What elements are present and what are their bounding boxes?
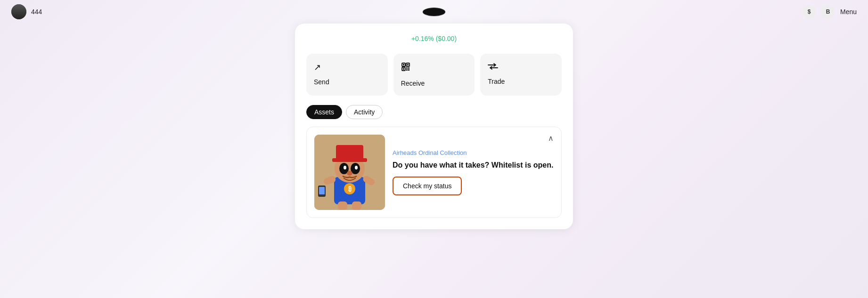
svg-rect-3: [407, 64, 409, 65]
tabs: Assets Activity: [306, 105, 562, 119]
svg-rect-7: [408, 67, 409, 69]
svg-rect-25: [352, 201, 361, 210]
svg-text:₿: ₿: [348, 185, 352, 193]
trade-button[interactable]: Trade: [480, 54, 562, 96]
trade-icon: [488, 62, 498, 72]
nft-title: Do you have what it takes? Whitelist is …: [393, 160, 554, 170]
tab-assets[interactable]: Assets: [306, 105, 342, 119]
action-row: ↗ Send Receive: [306, 54, 562, 96]
menu-button[interactable]: Menu: [840, 8, 857, 16]
header-right: $ B Menu: [802, 5, 857, 18]
chevron-up-icon[interactable]: ∧: [548, 134, 554, 143]
dollar-button[interactable]: $: [802, 5, 816, 18]
svg-point-21: [347, 171, 352, 176]
b-button[interactable]: B: [821, 5, 835, 18]
send-button[interactable]: ↗ Send: [306, 54, 388, 96]
svg-rect-8: [406, 69, 408, 71]
price-change: +0.16% ($0.00): [306, 35, 562, 42]
svg-rect-6: [406, 67, 408, 69]
qr-icon: [401, 62, 410, 74]
svg-rect-1: [403, 64, 404, 65]
tab-activity[interactable]: Activity: [346, 105, 383, 119]
header-center: [423, 8, 445, 16]
send-label: Send: [314, 78, 329, 86]
nft-image: ₿: [314, 135, 385, 210]
receive-button[interactable]: Receive: [393, 54, 475, 96]
header: 444 $ B Menu: [0, 0, 868, 24]
avatar: [11, 4, 26, 19]
svg-rect-27: [319, 187, 325, 194]
svg-rect-24: [338, 201, 347, 210]
receive-label: Receive: [401, 80, 425, 87]
nft-card: ₿: [306, 127, 562, 218]
check-status-button[interactable]: Check my status: [393, 177, 462, 195]
svg-point-20: [355, 166, 358, 169]
trade-label: Trade: [488, 78, 505, 85]
svg-rect-16: [336, 145, 363, 160]
main-card: +0.16% ($0.00) ↗ Send: [295, 24, 573, 229]
nft-collection: Airheads Ordinal Collection: [393, 149, 554, 156]
nft-info: Airheads Ordinal Collection Do you have …: [393, 135, 554, 210]
svg-point-19: [344, 166, 346, 169]
svg-rect-9: [408, 69, 409, 71]
username-label: 444: [31, 8, 42, 16]
logo-oval-icon: [422, 8, 446, 16]
send-icon: ↗: [314, 62, 321, 72]
svg-rect-5: [403, 68, 404, 70]
header-left: 444: [11, 4, 42, 19]
